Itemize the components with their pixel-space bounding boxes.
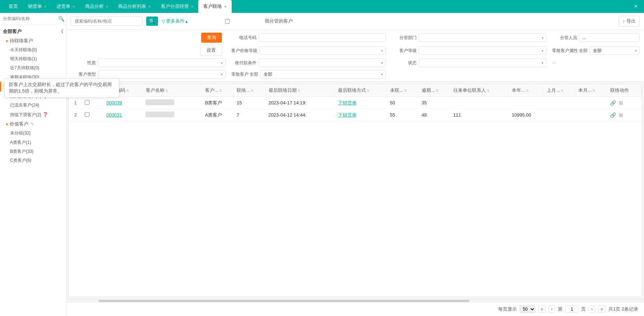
row-1-checkbox[interactable] [85, 100, 89, 105]
adv-cell-dept: 分管部门 [392, 33, 546, 43]
per-page-select[interactable]: 50 [520, 305, 536, 313]
nav-tab-analysis-list-close[interactable]: × [148, 4, 150, 9]
adv-nature-select[interactable] [98, 58, 226, 67]
nav-tab-home[interactable]: 首页 [4, 0, 23, 13]
nav-tab-customer-contact[interactable]: 客户联络 × [198, 0, 231, 13]
sidebar-search-icon[interactable]: 🔍 [58, 16, 64, 22]
th-contact-count[interactable]: 联络... ⇅ [234, 84, 265, 97]
adv-status-select[interactable] [419, 58, 546, 67]
nav-tab-sales-close[interactable]: × [44, 4, 46, 9]
sidebar-section-arrow: ▾ [6, 38, 8, 44]
adv-customer-type-label: 客户类型 [71, 71, 96, 77]
nav-tab-purchase-close[interactable]: × [73, 4, 75, 9]
sidebar-item-c-class[interactable]: C类客户(6) [0, 156, 66, 165]
sidebar-item-churned[interactable]: 已流失客户(24) [0, 101, 66, 110]
adv-phone-input[interactable] [259, 33, 386, 42]
td-checkbox-1 [82, 97, 93, 109]
page-next-button[interactable]: › [589, 306, 595, 313]
page-first-button[interactable]: « [538, 306, 546, 313]
nav-tab-analysis[interactable]: 商品分析 × [80, 0, 113, 13]
sidebar-value-edit-icon[interactable]: ✎ [31, 122, 34, 127]
sidebar-item-declining[interactable]: 持续下滑客户(2) ❓ [0, 110, 66, 120]
adv-actions: 查询 设置 [71, 33, 226, 56]
page-last-button[interactable]: » [598, 306, 606, 313]
th-type[interactable]: 客户... ⇅ [202, 84, 234, 97]
td-last-method-2[interactable]: 下销货单 [335, 109, 387, 121]
sidebar-search-input[interactable] [3, 16, 57, 21]
adv-customer-type-select[interactable] [98, 70, 226, 79]
th-overdue[interactable]: 逾期... ⇅ [419, 84, 450, 97]
action-grid-icon-2[interactable]: ⊞ [619, 112, 623, 118]
sidebar-collapse-icon[interactable]: 《 [59, 28, 63, 35]
tooltip-box: 距客户上次交易时长，超过了此客户的平均交易周期的1.5倍，则视为异常。 [4, 78, 66, 98]
td-code-1[interactable]: 000039 [103, 97, 143, 109]
adv-customer-level-select[interactable] [419, 46, 546, 55]
th-name[interactable]: 客户名称 ⇅ [143, 84, 202, 97]
th-last-method[interactable]: 最后联络方式 ⇅ [335, 84, 387, 97]
nav-tab-analysis-list[interactable]: 商品分析列表 × [113, 0, 156, 13]
my-customers-checkbox[interactable] [191, 19, 263, 24]
search-button[interactable]: 🔍 [146, 16, 158, 26]
td-last-method-1[interactable]: 下销货单 [335, 97, 387, 109]
settings-button[interactable]: 设置 [200, 45, 222, 56]
nav-tab-customer-contact-close[interactable]: × [224, 4, 226, 9]
adv-cell-more: ··· [552, 58, 640, 67]
search-input[interactable] [71, 16, 143, 26]
nav-tab-sales[interactable]: 销货单 × [23, 0, 51, 13]
adv-retail-attr-select[interactable]: 全部 [590, 46, 640, 55]
th-no-contact[interactable]: 未联... ⇅ [387, 84, 419, 97]
adv-cell-customer-type: 客户类型 [71, 70, 226, 79]
sidebar-item-a-class[interactable]: A类客户(1) [0, 138, 66, 147]
sidebar-all-customers-label: 全部客户 [3, 28, 22, 35]
table-row: 1 000039 B类客户 15 2023-04-17 14:19: 下销货单 [69, 97, 641, 109]
table-header: ⚙ 客户编码 ⇅ 客户名称 ⇅ [69, 84, 641, 97]
filter-bar: 🔍 ▽ 更多条件 ▴ 我分管的客户 ↑ 导出 [66, 13, 644, 30]
adv-more-button[interactable]: ··· [552, 60, 556, 65]
th-last-date[interactable]: 最后联络日期 ⇅ [265, 84, 335, 97]
sidebar-item-ungroup[interactable]: 未分组(32) [0, 129, 66, 138]
adv-cell-person: 分管人员 [552, 33, 640, 43]
action-link-icon-2[interactable]: 🔗 [610, 112, 616, 118]
th-this-year[interactable]: 本年... ⇅ [509, 84, 544, 97]
query-button[interactable]: 查询 [201, 33, 222, 43]
td-code-2[interactable]: 000031 [103, 109, 143, 121]
export-button[interactable]: ↑ 导出 [619, 16, 640, 27]
sidebar-item-7days[interactable]: 近7天待联络(0) [0, 63, 66, 72]
more-conditions-button[interactable]: ▽ 更多条件 ▴ [162, 18, 188, 24]
action-link-icon-1[interactable]: 🔗 [610, 100, 616, 106]
adv-cell-payment: 收付款条件 [231, 58, 386, 67]
td-last-month-1 [544, 97, 575, 109]
th-unit-contact[interactable]: 往来单位联系人 ⇅ [450, 84, 509, 97]
nav-tab-customer-tier-close[interactable]: × [191, 4, 193, 9]
th-last-month[interactable]: 上月... ⇅ [544, 84, 575, 97]
scroll-bar-thumb[interactable] [98, 300, 469, 302]
row-2-checkbox[interactable] [85, 112, 89, 117]
adv-phone-label: 电话号码 [231, 35, 256, 41]
sidebar-value-section-label: 价值客户 [10, 121, 28, 127]
nav-tab-analysis-close[interactable]: × [106, 4, 108, 9]
horizontal-scroll-bar[interactable] [66, 299, 644, 302]
sidebar-item-today[interactable]: 今天待联络(0) [0, 46, 66, 55]
sidebar-section-value[interactable]: ▾ 价值客户 ✎ [0, 119, 66, 129]
sidebar-item-b-class[interactable]: B类客户(33) [0, 147, 66, 156]
td-index-2: 2 [69, 109, 82, 121]
sidebar-all-customers[interactable]: 全部客户 《 [0, 27, 66, 36]
adv-retail-customer-select[interactable]: 全部 [260, 70, 386, 79]
adv-payment-select[interactable] [259, 58, 386, 67]
adv-dept-select[interactable] [419, 33, 546, 42]
nav-tab-customer-tier-label: 客户分层经营 [161, 3, 189, 10]
page-prev-button[interactable]: ‹ [548, 306, 555, 313]
nav-tab-purchase[interactable]: 进货单 × [51, 0, 80, 13]
adv-cell-nature: 性质 [71, 58, 226, 67]
th-this-month[interactable]: 本月... ⇅ [575, 84, 607, 97]
adv-price-level-select[interactable] [259, 46, 386, 55]
global-close-button[interactable]: × [631, 3, 640, 10]
sidebar-item-tomorrow[interactable]: 明天待联络(1) [0, 55, 66, 63]
pagination-bar: 每页显示 50 « ‹ 第 页 › » 共1页 2条记录 [66, 302, 644, 316]
page-input[interactable] [565, 306, 578, 313]
sidebar-section-pending[interactable]: ▾ 待联络客户 [0, 36, 66, 46]
th-type-sort: ⇅ [219, 89, 222, 93]
action-grid-icon-1[interactable]: ⊞ [619, 100, 623, 106]
adv-person-input[interactable] [579, 33, 640, 42]
nav-tab-customer-tier[interactable]: 客户分层经营 × [156, 0, 198, 13]
